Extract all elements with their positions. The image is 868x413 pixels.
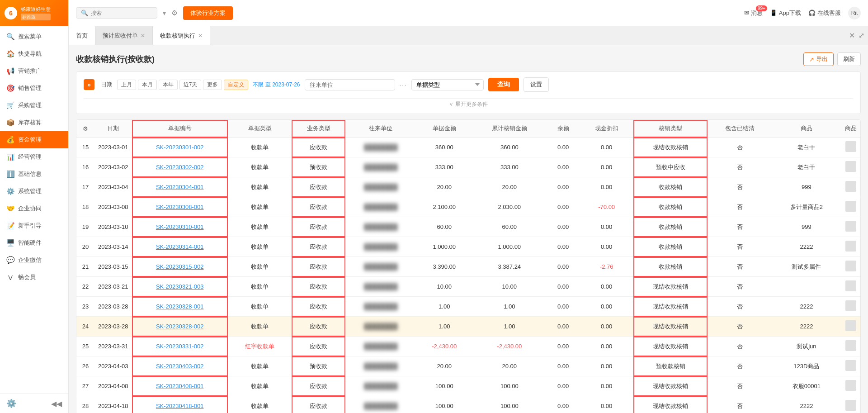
filter-doc-type-select[interactable]: 单据类型	[411, 79, 484, 90]
sidebar-item-corp[interactable]: 🤝 企业协同	[0, 200, 68, 217]
cell-biz-type: 应收款	[292, 376, 345, 396]
settings-bottom-icon[interactable]: ⚙️	[6, 399, 16, 408]
cell-total-cancel: 2,030.00	[472, 197, 547, 217]
table-row: 162023-03-02SK-20230302-002收款单预收款███████…	[76, 157, 860, 177]
cell-doc-amount: 10.00	[416, 277, 472, 297]
th-settings[interactable]: ⚙	[76, 120, 94, 138]
cell-doc-amount: 3,390.00	[416, 257, 472, 277]
cell-cancel-type: 现结收款核销	[633, 396, 708, 413]
tab-home[interactable]: 首页	[69, 26, 95, 45]
tab-collection[interactable]: 收款核销执行 ✕	[153, 26, 210, 45]
cell-date: 2023-03-31	[94, 337, 132, 356]
cell-doc-amount: 2,100.00	[416, 197, 472, 217]
sidebar-item-basic[interactable]: ℹ️ 基础信息	[0, 166, 68, 183]
app-logo: 6 畅康道好生意 标推版	[0, 0, 68, 26]
search-icon: 🔍	[81, 9, 88, 16]
close-tab-collection[interactable]: ✕	[198, 33, 203, 39]
th-cancel-type: 核销类型	[633, 120, 708, 138]
cell-cancel-type: 预收款核销	[633, 356, 708, 376]
sidebar-item-sales[interactable]: 🎯 销售管理	[0, 80, 68, 97]
cell-product2	[841, 396, 860, 413]
cell-date: 2023-04-08	[94, 376, 132, 396]
cell-partner: ████████	[345, 356, 416, 376]
th-include-settled: 包含已结清	[708, 120, 772, 138]
cell-doc-no[interactable]: SK-20230408-001	[132, 376, 228, 396]
dropdown-chevron-icon[interactable]: ▾	[163, 9, 166, 17]
filter-bar: » 日期 上月 本月 本年 近7天 更多 自定义 不限 至 2023-07-26…	[76, 71, 861, 114]
search-input[interactable]	[91, 10, 145, 16]
user-avatar[interactable]: Rit	[848, 7, 861, 19]
note-icon: 📝	[6, 222, 14, 230]
sidebar-item-marketing[interactable]: 📢 营销推广	[0, 62, 68, 80]
cell-row-num: 15	[76, 138, 94, 157]
sidebar-item-system[interactable]: ⚙️ 系统管理	[0, 183, 68, 200]
filter-expand-btn[interactable]: ∨ 展开更多条件	[449, 100, 487, 108]
filter-partner-input[interactable]	[305, 79, 395, 90]
refresh-button[interactable]: 刷新	[837, 52, 861, 66]
sidebar-item-purchase[interactable]: 🛒 采购管理	[0, 97, 68, 114]
filter-last-month[interactable]: 上月	[117, 80, 136, 90]
industry-solution-button[interactable]: 体验行业方案	[183, 6, 233, 20]
cell-doc-no[interactable]: SK-20230321-003	[132, 277, 228, 297]
filter-more[interactable]: 更多	[203, 80, 222, 90]
sidebar-item-operation[interactable]: 📊 经营管理	[0, 148, 68, 166]
sidebar-item-member[interactable]: V 畅会员	[0, 269, 68, 286]
cell-cash-discount: 0.00	[580, 337, 633, 356]
cell-balance: 0.00	[547, 277, 580, 297]
messages-badge[interactable]: ✉ 消息 99+	[744, 9, 763, 17]
filter-7days[interactable]: 近7天	[179, 80, 202, 90]
close-tab-receivable[interactable]: ✕	[141, 33, 145, 39]
filter-custom[interactable]: 自定义	[224, 80, 248, 90]
cell-doc-no[interactable]: SK-20230301-002	[132, 138, 228, 157]
sidebar-item-guide[interactable]: 📝 新手引导	[0, 217, 68, 234]
table-settings-icon[interactable]: ⚙	[83, 125, 88, 132]
cell-cash-discount: 0.00	[580, 157, 633, 177]
sidebar-item-quick[interactable]: 🏠 快捷导航	[0, 45, 68, 62]
filter-this-year[interactable]: 本年	[159, 80, 178, 90]
topbar-gear-icon[interactable]: ⚙	[171, 9, 178, 17]
cell-row-num: 28	[76, 396, 94, 413]
app-download-link[interactable]: 📱 App下载	[770, 9, 801, 17]
cell-doc-no[interactable]: SK-20230314-001	[132, 237, 228, 257]
cell-include-settled: 否	[708, 138, 772, 157]
filter-settings-button[interactable]: 设置	[524, 77, 549, 92]
cell-doc-no[interactable]: SK-20230418-001	[132, 396, 228, 413]
cell-doc-no[interactable]: SK-20230331-002	[132, 337, 228, 356]
table-row: 282023-04-18SK-20230418-001收款单应收款███████…	[76, 396, 860, 413]
tab-receivable[interactable]: 预计应收付单 ✕	[95, 26, 153, 45]
cell-doc-no[interactable]: SK-20230328-001	[132, 297, 228, 317]
collapse-icon[interactable]: ◀◀	[51, 399, 62, 408]
sidebar-item-weixin[interactable]: 💬 企业微信	[0, 252, 68, 269]
cell-balance: 0.00	[547, 376, 580, 396]
cell-doc-no[interactable]: SK-20230302-002	[132, 157, 228, 177]
sidebar-item-finance[interactable]: 💰 资金管理	[0, 131, 68, 148]
export-button[interactable]: ↗ 导出	[803, 52, 834, 66]
cell-total-cancel: 3,387.24	[472, 257, 547, 277]
sidebar-item-inventory[interactable]: 📦 库存核算	[0, 114, 68, 131]
sidebar-item-search[interactable]: 🔍 搜索菜单	[0, 28, 68, 45]
cell-doc-no[interactable]: SK-20230310-001	[132, 217, 228, 237]
cell-doc-no[interactable]: SK-20230308-001	[132, 197, 228, 217]
cell-total-cancel: 1,000.00	[472, 237, 547, 257]
filter-toggle-button[interactable]: »	[84, 79, 94, 90]
online-service-link[interactable]: 🎧 在线客服	[808, 9, 841, 17]
cell-total-cancel: 360.00	[472, 138, 547, 157]
cell-doc-no[interactable]: SK-20230315-002	[132, 257, 228, 277]
cell-date: 2023-03-15	[94, 257, 132, 277]
cell-doc-type: 收款单	[228, 197, 292, 217]
topbar-search-box[interactable]: 🔍	[76, 7, 157, 19]
cell-doc-type: 收款单	[228, 217, 292, 237]
sidebar-item-hardware[interactable]: 🖥️ 智能硬件	[0, 234, 68, 252]
close-all-tabs-icon[interactable]: ✕	[849, 31, 855, 40]
cell-doc-no[interactable]: SK-20230328-002	[132, 317, 228, 337]
cell-cash-discount: 0.00	[580, 237, 633, 257]
data-table-container: ⚙ 日期 单据编号 单据类型 业务类型 往来单位 单据金额 累计核销金额 余额 …	[76, 119, 861, 413]
cell-doc-no[interactable]: SK-20230403-002	[132, 356, 228, 376]
cell-balance: 0.00	[547, 237, 580, 257]
cell-date: 2023-03-10	[94, 217, 132, 237]
cell-doc-no[interactable]: SK-20230304-001	[132, 177, 228, 197]
expand-tabs-icon[interactable]: ⤢	[859, 31, 864, 40]
query-button[interactable]: 查询	[488, 78, 519, 91]
cell-row-num: 18	[76, 197, 94, 217]
filter-this-month[interactable]: 本月	[138, 80, 157, 90]
